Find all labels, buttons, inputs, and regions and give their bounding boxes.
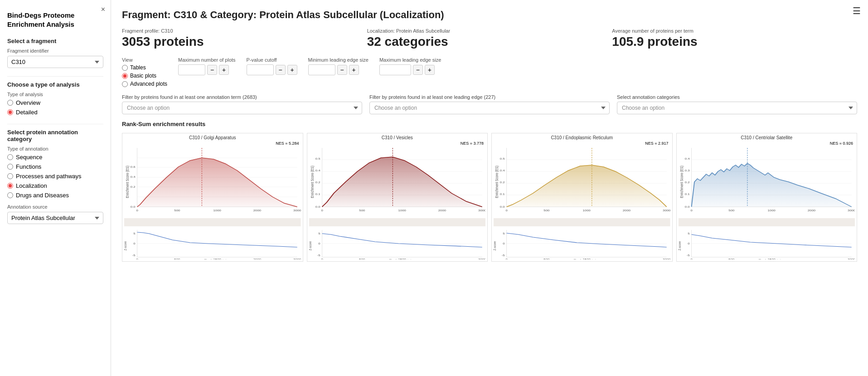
sidebar: × Bind-Degs Proteome Enrichment Analysis… (0, 0, 111, 376)
stat-categories: Localization: Protein Atlas Subcellular … (367, 28, 612, 49)
max-plots-minus[interactable]: − (207, 65, 217, 75)
max-edge-plus[interactable]: + (425, 65, 435, 75)
filter2-select[interactable]: Choose an option (369, 102, 610, 114)
svg-text:0.4: 0.4 (684, 157, 689, 160)
analysis-detailed[interactable]: Detailed (7, 109, 103, 116)
chart-vesicles-svg: Enrichment Score (ES) 0.0 0.1 0.2 0.4 0.… (309, 146, 486, 218)
hamburger-menu[interactable]: ☰ (853, 5, 861, 16)
svg-text:0.0: 0.0 (684, 205, 689, 208)
svg-text:Z-score: Z-score (309, 241, 312, 250)
svg-text:0: 0 (503, 242, 504, 245)
stat-proteins: Fragment profile: C310 3053 proteins (122, 28, 367, 49)
svg-text:0.3: 0.3 (684, 169, 689, 172)
svg-rect-50 (309, 218, 486, 226)
svg-text:500: 500 (543, 258, 549, 259)
stats-row: Fragment profile: C310 3053 proteins Loc… (122, 28, 857, 49)
chart-er: C310 / Endoplasmic Reticulum NES = 2.917… (491, 133, 673, 262)
max-edge-input[interactable]: 5000 (379, 64, 411, 75)
min-edge-input[interactable]: 5 (308, 64, 335, 75)
app-title: Bind-Degs Proteome Enrichment Analysis (7, 11, 103, 29)
svg-text:500: 500 (543, 209, 549, 212)
min-edge-control: Minimum leading edge size 5 − + (308, 57, 369, 75)
stat-avg: Average number of proteins per term 105.… (612, 28, 857, 49)
close-button[interactable]: × (101, 5, 105, 14)
svg-text:Z-score: Z-score (679, 241, 681, 250)
svg-text:1500: 1500 (767, 258, 775, 259)
svg-text:0: 0 (505, 258, 507, 259)
max-plots-plus[interactable]: + (219, 65, 229, 75)
svg-text:0.2: 0.2 (131, 186, 136, 188)
max-edge-minus[interactable]: − (413, 65, 423, 75)
svg-rect-81 (494, 218, 670, 226)
annotation-functions[interactable]: Functions (7, 163, 103, 170)
svg-text:1000: 1000 (213, 209, 221, 212)
svg-text:5: 5 (318, 232, 320, 235)
svg-text:0.4: 0.4 (315, 169, 320, 172)
svg-rect-112 (679, 218, 855, 226)
fragment-select[interactable]: C310 (7, 56, 103, 68)
chart-golgi-title: C310 / Golgi Apparatus (124, 135, 301, 140)
svg-text:0.0: 0.0 (315, 205, 320, 208)
svg-text:0: 0 (133, 242, 135, 245)
pvalue-counter: 0,050 − + (247, 64, 297, 75)
filter3-select[interactable]: Choose an option (617, 102, 857, 114)
chart-er-svg: Enrichment Score (ES) 0.0 0.1 0.2 0.4 (494, 146, 670, 218)
svg-text:0: 0 (136, 258, 138, 259)
filter2-label: Filter by proteins found in at least one… (369, 94, 610, 100)
svg-text:0: 0 (321, 258, 323, 259)
max-edge-control: Maximum leading edge size 5000 − + (379, 57, 441, 75)
max-plots-label: Maximum number of plots (178, 57, 236, 63)
filter1-select[interactable]: Choose an option (122, 102, 362, 114)
svg-text:3000: 3000 (478, 209, 485, 212)
chart-golgi-zscore: 5 0 -5 Ranked proteins Z-score 0 500 150… (124, 228, 301, 259)
max-edge-label: Maximum leading edge size (379, 57, 441, 63)
svg-text:0.1: 0.1 (500, 193, 505, 195)
annotation-type-group: Sequence Functions Processes and pathway… (7, 154, 103, 199)
stat-proteins-label: Fragment profile: C310 (122, 28, 367, 34)
chart-vesicles: C310 / Vesicles NES = 3.778 Enrichment S… (307, 133, 488, 262)
svg-text:0: 0 (136, 209, 138, 212)
annotation-processes[interactable]: Processes and pathways (7, 173, 103, 180)
svg-text:0.0: 0.0 (500, 205, 505, 208)
view-advanced[interactable]: Advanced plots (122, 81, 167, 87)
annotation-localization[interactable]: Localization (7, 182, 103, 189)
pvalue-control: P-value cutoff 0,050 − + (247, 57, 297, 75)
select-annotation-heading: Select protein annotation category (7, 129, 103, 142)
view-basic[interactable]: Basic plots (122, 73, 167, 79)
annotation-sequence[interactable]: Sequence (7, 154, 103, 161)
analysis-overview[interactable]: Overview (7, 99, 103, 106)
svg-text:0: 0 (688, 242, 689, 245)
svg-text:3000: 3000 (848, 258, 855, 259)
svg-rect-18 (124, 218, 301, 226)
pvalue-label: P-value cutoff (247, 57, 297, 63)
svg-text:0.6: 0.6 (131, 166, 136, 168)
svg-text:5: 5 (133, 232, 135, 235)
min-edge-plus[interactable]: + (349, 65, 359, 75)
chart-vesicles-zscore: 5 0 -5 Ranked proteins Z-score 0 500 150… (309, 228, 486, 259)
annotation-source-select[interactable]: Protein Atlas Subcellular (7, 212, 103, 224)
svg-text:3000: 3000 (848, 209, 855, 212)
pvalue-input[interactable]: 0,050 (247, 64, 274, 75)
svg-text:0: 0 (505, 209, 507, 212)
svg-text:5: 5 (503, 232, 504, 235)
view-tables[interactable]: Tables (122, 64, 167, 71)
stat-avg-value: 105.9 proteins (612, 34, 857, 49)
filter-row: Filter by proteins found in at least one… (122, 94, 857, 114)
svg-text:0.5: 0.5 (500, 157, 505, 160)
svg-text:5: 5 (688, 232, 689, 235)
chart-vesicles-title: C310 / Vesicles (309, 135, 486, 140)
svg-text:2000: 2000 (438, 209, 446, 212)
type-annotation-label: Type of annotation (7, 146, 103, 151)
annotation-drugs[interactable]: Drugs and Diseases (7, 192, 103, 199)
stat-avg-label: Average number of proteins per term (612, 28, 857, 34)
svg-text:500: 500 (174, 209, 180, 212)
svg-text:500: 500 (174, 258, 180, 259)
min-edge-minus[interactable]: − (337, 65, 347, 75)
max-plots-input[interactable]: 12 (178, 64, 205, 75)
svg-text:-5: -5 (502, 254, 505, 257)
max-plots-counter: 12 − + (178, 64, 236, 75)
svg-text:0: 0 (321, 209, 323, 212)
pvalue-plus[interactable]: + (287, 65, 297, 75)
filter1-label: Filter by proteins found in at least one… (122, 94, 362, 100)
pvalue-minus[interactable]: − (276, 65, 286, 75)
